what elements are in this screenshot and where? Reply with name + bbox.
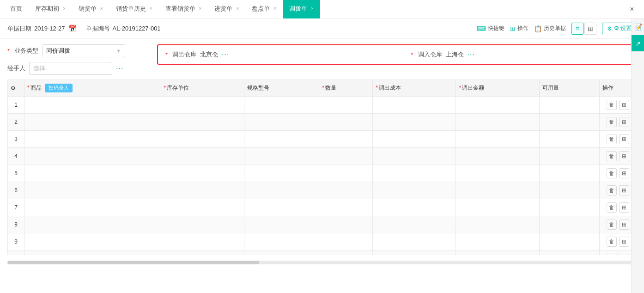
row-unit[interactable] (161, 131, 244, 148)
row-amount[interactable] (456, 199, 539, 216)
row-available[interactable] (539, 250, 599, 256)
layout-btn-list[interactable]: ≡ (571, 23, 583, 35)
row-quantity[interactable] (319, 165, 373, 182)
row-available[interactable] (539, 199, 599, 216)
row-spec[interactable] (244, 131, 319, 148)
row-cost[interactable] (373, 216, 456, 233)
row-cost[interactable] (373, 97, 456, 114)
delete-button[interactable]: 🗑 (607, 168, 617, 178)
row-available[interactable] (539, 97, 599, 114)
delete-button[interactable]: 🗑 (607, 220, 617, 230)
row-amount[interactable] (456, 131, 539, 148)
tab-close-purchase-order[interactable]: × (236, 6, 239, 11)
copy-button[interactable]: ⊞ (619, 185, 629, 195)
row-quantity[interactable] (319, 97, 373, 114)
row-amount[interactable] (456, 250, 539, 256)
row-available[interactable] (539, 233, 599, 250)
layout-btn-grid[interactable]: ⊞ (584, 23, 596, 35)
business-type-select[interactable]: 同价调拨 ▼ (42, 44, 125, 57)
gear-icon[interactable]: ⚙ (11, 85, 16, 92)
history-action[interactable]: 📋 历史单据 (534, 24, 566, 32)
row-amount[interactable] (456, 233, 539, 250)
row-cost[interactable] (373, 131, 456, 148)
tab-view-sales[interactable]: 查看销货单 × (159, 0, 208, 18)
tab-close-sales-order[interactable]: × (100, 6, 103, 11)
row-unit[interactable] (161, 165, 244, 182)
copy-button[interactable]: ⊞ (619, 100, 629, 110)
operation-action[interactable]: ⊞ 操作 (510, 24, 529, 32)
shortcut-action[interactable]: ⌨ 快捷键 (477, 24, 504, 32)
tab-close-view-sales[interactable]: × (199, 6, 202, 11)
row-cost[interactable] (373, 233, 456, 250)
row-unit[interactable] (161, 216, 244, 233)
row-cost[interactable] (373, 250, 456, 256)
tab-inventory-init[interactable]: 库存期初 × (29, 0, 72, 18)
row-product[interactable] (24, 233, 161, 250)
copy-button[interactable]: ⊞ (619, 134, 629, 144)
row-amount[interactable] (456, 114, 539, 131)
sidebar-export-icon[interactable]: ↗ (632, 35, 644, 52)
row-available[interactable] (539, 131, 599, 148)
row-quantity[interactable] (319, 148, 373, 165)
copy-button[interactable]: ⊞ (619, 151, 629, 161)
row-spec[interactable] (244, 216, 319, 233)
row-quantity[interactable] (319, 114, 373, 131)
tab-close-stocktake[interactable]: × (273, 6, 276, 11)
row-amount[interactable] (456, 216, 539, 233)
row-available[interactable] (539, 182, 599, 199)
row-product[interactable] (24, 97, 161, 114)
tab-stocktake[interactable]: 盘点单 × (245, 0, 283, 18)
row-available[interactable] (539, 114, 599, 131)
tab-home[interactable]: 首页 (4, 0, 29, 18)
row-unit[interactable] (161, 182, 244, 199)
row-cost[interactable] (373, 114, 456, 131)
col-header-gear[interactable]: ⚙ (8, 80, 24, 97)
calendar-icon[interactable]: 📅 (68, 24, 77, 33)
copy-button[interactable]: ⊞ (619, 168, 629, 178)
row-spec[interactable] (244, 233, 319, 250)
row-unit[interactable] (161, 250, 244, 256)
tab-transfer[interactable]: 调拨单 × (283, 0, 320, 18)
delete-button[interactable]: 🗑 (607, 151, 617, 161)
row-product[interactable] (24, 182, 161, 199)
row-amount[interactable] (456, 97, 539, 114)
row-amount[interactable] (456, 148, 539, 165)
row-unit[interactable] (161, 233, 244, 250)
row-quantity[interactable] (319, 131, 373, 148)
row-spec[interactable] (244, 148, 319, 165)
row-available[interactable] (539, 216, 599, 233)
row-quantity[interactable] (319, 250, 373, 256)
row-available[interactable] (539, 148, 599, 165)
row-spec[interactable] (244, 199, 319, 216)
row-spec[interactable] (244, 165, 319, 182)
copy-button[interactable]: ⊞ (619, 117, 629, 127)
row-unit[interactable] (161, 148, 244, 165)
delete-button[interactable]: 🗑 (607, 185, 617, 195)
row-spec[interactable] (244, 250, 319, 256)
row-product[interactable] (24, 250, 161, 256)
sidebar-note-icon[interactable]: 📝 (632, 18, 644, 35)
row-quantity[interactable] (319, 182, 373, 199)
copy-button[interactable]: ⊞ (619, 202, 629, 213)
row-product[interactable] (24, 216, 161, 233)
row-quantity[interactable] (319, 199, 373, 216)
row-cost[interactable] (373, 148, 456, 165)
row-cost[interactable] (373, 199, 456, 216)
horizontal-scrollbar[interactable] (7, 261, 637, 264)
tab-purchase-order[interactable]: 进货单 × (208, 0, 245, 18)
delete-button[interactable]: 🗑 (607, 254, 617, 255)
row-unit[interactable] (161, 97, 244, 114)
row-available[interactable] (539, 165, 599, 182)
row-spec[interactable] (244, 182, 319, 199)
tab-close-transfer[interactable]: × (311, 6, 314, 11)
scan-button[interactable]: 扫码录入 (45, 84, 73, 92)
row-product[interactable] (24, 148, 161, 165)
row-product[interactable] (24, 199, 161, 216)
row-unit[interactable] (161, 114, 244, 131)
handler-more-icon[interactable]: ··· (116, 64, 123, 73)
window-close-button[interactable]: × (624, 0, 640, 18)
delete-button[interactable]: 🗑 (607, 202, 617, 213)
row-product[interactable] (24, 131, 161, 148)
copy-button[interactable]: ⊞ (619, 254, 629, 255)
row-cost[interactable] (373, 182, 456, 199)
